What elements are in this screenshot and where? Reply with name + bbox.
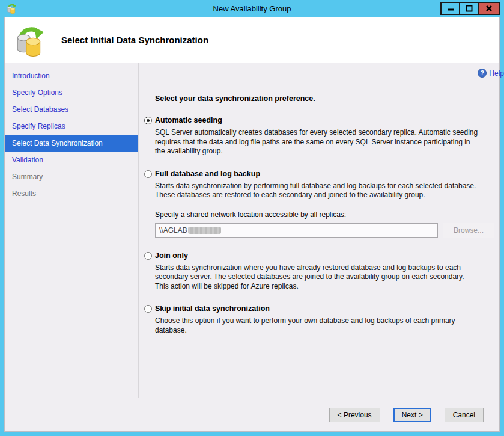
content-row: Introduction Specify Options Select Data…	[5, 63, 499, 398]
share-location-value: \\AGLAB	[159, 226, 187, 235]
maximize-button[interactable]	[459, 2, 479, 15]
minimize-button[interactable]	[440, 2, 460, 15]
sidebar-item-specify-replicas[interactable]: Specify Replicas	[5, 118, 138, 135]
option-description: SQL Server automatically creates databas…	[155, 128, 479, 156]
radio-join-only[interactable]	[144, 252, 152, 260]
page-title: Select Initial Data Synchronization	[61, 35, 208, 45]
option-label[interactable]: Skip initial data synchronization	[155, 304, 494, 313]
close-button[interactable]	[478, 2, 500, 15]
database-sync-icon	[13, 24, 46, 57]
minimize-icon	[446, 4, 455, 13]
maximize-icon	[465, 4, 473, 13]
sidebar-item-introduction[interactable]: Introduction	[5, 67, 138, 84]
redacted-text	[188, 227, 221, 234]
option-description: Starts data synchronization by performin…	[155, 182, 479, 200]
option-label[interactable]: Join only	[155, 251, 494, 260]
wizard-header: Select Initial Data Synchronization	[5, 17, 499, 63]
wizard-footer: < Previous Next > Cancel	[5, 398, 499, 431]
sidebar-item-specify-options[interactable]: Specify Options	[5, 84, 138, 101]
cancel-button[interactable]: Cancel	[445, 408, 484, 422]
sidebar-item-select-databases[interactable]: Select Databases	[5, 101, 138, 118]
main-panel: ? Help Select your data synchronization …	[139, 63, 504, 398]
sidebar-item-summary: Summary	[5, 168, 138, 185]
option-skip-sync: Skip initial data synchronization Choose…	[144, 304, 494, 335]
help-link[interactable]: ? Help	[478, 69, 504, 78]
radio-automatic-seeding[interactable]	[144, 117, 152, 124]
help-icon: ?	[478, 69, 487, 78]
sidebar-item-select-data-synchronization[interactable]: Select Data Synchronization	[5, 135, 138, 152]
browse-button[interactable]: Browse...	[443, 223, 494, 238]
previous-button[interactable]: < Previous	[329, 408, 380, 422]
radio-full-backup[interactable]	[144, 170, 152, 178]
preference-heading: Select your data synchronization prefere…	[155, 94, 494, 103]
option-label[interactable]: Full database and log backup	[155, 170, 494, 178]
sidebar-item-results: Results	[5, 185, 138, 202]
option-join-only: Join only Starts data synchronization wh…	[144, 251, 494, 292]
titlebar: New Availability Group	[0, 0, 504, 17]
option-automatic-seeding: Automatic seeding SQL Server automatical…	[144, 116, 494, 156]
close-icon	[485, 4, 493, 13]
next-button[interactable]: Next >	[393, 408, 431, 422]
wizard-steps-sidebar: Introduction Specify Options Select Data…	[5, 63, 139, 398]
share-location-label: Specify a shared network location access…	[155, 210, 494, 219]
dialog-body: Select Initial Data Synchronization Intr…	[4, 17, 500, 432]
window-controls	[442, 2, 500, 15]
option-label[interactable]: Automatic seeding	[155, 116, 494, 124]
option-description: Starts data synchronization where you ha…	[155, 263, 479, 292]
help-label: Help	[489, 69, 504, 78]
share-location-input[interactable]: \\AGLAB	[155, 223, 438, 238]
option-full-backup: Full database and log backup Starts data…	[144, 170, 494, 238]
radio-skip-sync[interactable]	[144, 305, 152, 313]
share-location-row: \\AGLAB Browse...	[155, 223, 494, 238]
option-description: Choose this option if you want to perfor…	[155, 316, 479, 335]
window-title: New Availability Group	[0, 4, 504, 13]
sidebar-item-validation[interactable]: Validation	[5, 152, 138, 168]
